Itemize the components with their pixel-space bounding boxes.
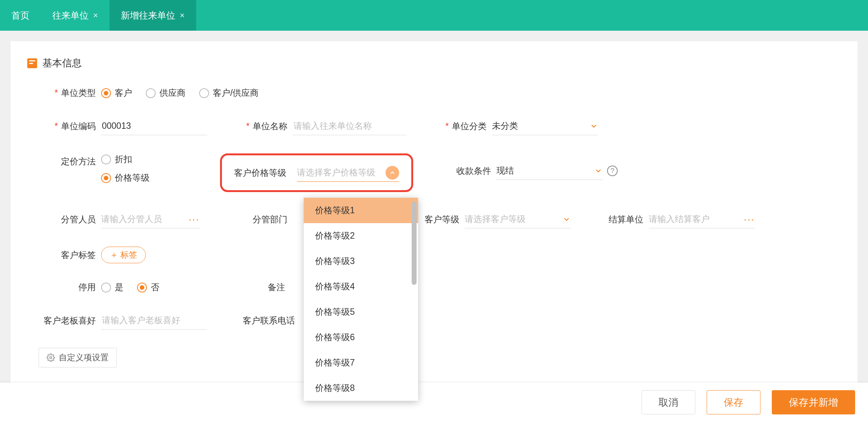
receipt-select[interactable]: 现结 [496,162,603,180]
close-icon[interactable]: × [180,11,185,20]
tab-contacts[interactable]: 往来单位 × [41,0,109,31]
save-and-new-button[interactable]: 保存并新增 [772,390,855,414]
scrollbar[interactable] [412,202,417,285]
more-icon: ··· [189,217,200,222]
close-icon[interactable]: × [93,11,98,20]
pricing-group: 折扣 价格等级 [101,153,150,184]
dropdown-item[interactable]: 价格等级4 [304,274,418,299]
gear-icon [47,353,55,362]
chevron-down-icon [594,167,603,175]
add-tag-button[interactable]: ＋标签 [101,247,146,263]
top-tabbar: 首页 往来单位 × 新增往来单位 × [0,0,868,31]
action-bar: 取消 保存 保存并新增 [0,383,868,422]
settle-unit-select[interactable]: 请输入结算客户 ··· [649,210,755,228]
unit-type-group: 客户 供应商 客户/供应商 [101,87,259,99]
dropdown-item[interactable]: 价格等级5 [304,299,418,325]
more-icon: ··· [744,217,755,222]
tab-add-contact[interactable]: 新增往来单位 × [109,0,196,31]
radio-yes[interactable]: 是 [101,281,123,293]
dropdown-item[interactable]: 价格等级8 [304,375,418,401]
unit-category-select[interactable]: 未分类 [492,117,598,135]
custom-fields-button[interactable]: 自定义项设置 [39,348,117,367]
dropdown-item[interactable]: 价格等级6 [304,325,418,350]
cancel-button[interactable]: 取消 [642,390,695,414]
radio-price-level[interactable]: 价格等级 [101,172,150,184]
chevron-down-icon [562,215,571,224]
unit-code-input[interactable] [101,117,207,135]
staff-select[interactable]: 请输入分管人员 ··· [101,210,200,228]
save-button[interactable]: 保存 [707,390,760,414]
radio-discount[interactable]: 折扣 [101,153,150,165]
price-level-group: 客户价格等级 请选择客户价格等级 价格等级1 价格等级2 价格等级3 价格等级4… [220,153,413,192]
dropdown-item[interactable]: 价格等级3 [304,249,418,274]
section-icon [27,58,37,68]
radio-no[interactable]: 否 [137,281,159,293]
radio-supplier[interactable]: 供应商 [146,87,186,99]
form-page: 基本信息 *单位类型 客户 供应商 客户/供应商 *单位编码 *单位名称 [11,41,857,422]
radio-customer[interactable]: 客户 [101,87,132,99]
dropdown-item[interactable]: 价格等级2 [304,223,418,249]
dropdown-item[interactable]: 价格等级7 [304,350,418,375]
price-level-dropdown: 价格等级1 价格等级2 价格等级3 价格等级4 价格等级5 价格等级6 价格等级… [304,198,418,401]
chevron-down-icon [590,122,598,130]
radio-both[interactable]: 客户/供应商 [199,87,259,99]
help-icon[interactable]: ? [607,166,618,176]
price-level-select[interactable]: 请选择客户价格等级 [297,164,399,182]
section-title: 基本信息 [42,56,82,70]
boss-pref-input[interactable] [101,311,207,330]
chevron-up-icon [386,166,399,180]
tab-home[interactable]: 首页 [0,0,41,31]
unit-name-input[interactable] [293,117,406,135]
svg-point-0 [50,356,52,359]
dropdown-item[interactable]: 价格等级1 [304,198,418,223]
customer-level-select[interactable]: 请选择客户等级 [465,210,571,228]
